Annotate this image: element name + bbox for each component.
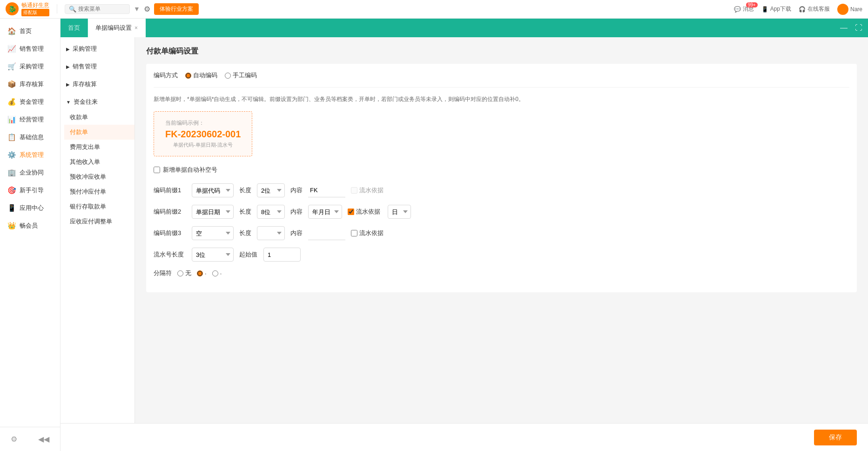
prefix1-content-input[interactable] (308, 183, 345, 197)
separator-none-radio[interactable] (177, 270, 183, 276)
prefix2-day-select[interactable]: 日 月 年 (388, 205, 411, 219)
search-input[interactable] (78, 6, 125, 12)
sidebar-item-app-center[interactable]: 📱 应用中心 (0, 199, 60, 217)
prefix2-water-checkbox[interactable]: 流水依据 (348, 208, 380, 216)
separator-dot1-label: · (205, 270, 207, 277)
prefix2-length-select[interactable]: 8位 2位 4位 6位 (257, 205, 285, 219)
sub-item-receipt[interactable]: 收款单 (64, 110, 135, 125)
sidebar-item-guide[interactable]: 🎯 新手引导 (0, 182, 60, 199)
auto-fill-checkbox[interactable] (154, 167, 160, 173)
sidebar-item-finance-label: 资金管理 (20, 98, 44, 106)
code-preview-sub: 单据代码-单据日期-流水号 (165, 141, 241, 148)
collapse-icon[interactable]: ◀◀ (34, 431, 53, 447)
sub-group-sales-title[interactable]: ▶ 销售管理 (61, 59, 135, 74)
sidebar-item-system[interactable]: ⚙️ 系统管理 (0, 146, 60, 164)
settings-bottom-icon[interactable]: ⚙ (7, 431, 21, 447)
prefix1-length-select[interactable]: 2位 4位 6位 8位 (257, 183, 285, 197)
user-item[interactable]: Nare (837, 4, 862, 15)
message-icon: 💬 (734, 6, 741, 13)
online-service-label: 在线客服 (807, 5, 830, 13)
separator-dot1-option[interactable]: · (197, 270, 207, 277)
prefix2-row: 编码前缀2 单据日期 单据代码 空 部门 业务员 长度 8位 2位 4位 (154, 205, 849, 219)
prefix3-water-input[interactable] (351, 230, 357, 236)
separator-dot2-radio[interactable] (212, 270, 218, 276)
sidebar-item-inventory[interactable]: 📦 库存核算 (0, 75, 60, 93)
sub-group-finance: ▼ 资金往来 收款单 付款单 费用支出单 (61, 94, 135, 229)
sub-item-bank[interactable]: 银行存取款单 (64, 199, 135, 214)
tab-close-icon[interactable]: × (135, 25, 138, 31)
sub-item-expense[interactable]: 费用支出单 (64, 140, 135, 155)
sidebar-item-home[interactable]: 🏠 首页 (0, 22, 60, 40)
member-icon: 👑 (7, 222, 16, 230)
settings-panel: 编码方式 自动编码 手工编码 (146, 64, 857, 292)
prefix3-length-select[interactable] (257, 226, 285, 240)
sub-item-prepaid-pay[interactable]: 预付冲应付单 (64, 184, 135, 199)
tab-encoding-settings[interactable]: 单据编码设置 × (88, 19, 146, 37)
prefix2-water-input[interactable] (348, 209, 354, 215)
sidebar-item-base[interactable]: 📋 基础信息 (0, 128, 60, 146)
sub-item-adjust[interactable]: 应收应付调整单 (64, 214, 135, 229)
trial-button[interactable]: 体验行业方案 (154, 3, 199, 15)
tab-bar: 首页 单据编码设置 × — ⛶ (61, 19, 868, 37)
settings-icon[interactable]: ⚙ (144, 5, 150, 13)
prefix1-water-checkbox[interactable]: 流水依据 (351, 186, 384, 195)
prefix1-water-input[interactable] (351, 187, 357, 194)
sub-item-other-income[interactable]: 其他收入单 (64, 155, 135, 169)
sidebar-item-purchase[interactable]: 🛒 采购管理 (0, 58, 60, 75)
logo-text-area: 畅通好生意 搭配版 (21, 2, 49, 16)
code-preview-value: FK-20230602-001 (165, 129, 241, 140)
sub-group-finance-title[interactable]: ▼ 资金往来 (61, 94, 135, 110)
separator-none-option[interactable]: 无 (177, 269, 191, 277)
sidebar-item-operation-label: 经营管理 (20, 115, 44, 124)
sidebar-item-enterprise[interactable]: 🏢 企业协同 (0, 164, 60, 182)
radio-auto-input[interactable] (185, 73, 191, 79)
logo: 🐉 畅通好生意 搭配版 (6, 2, 49, 16)
divider (57, 4, 57, 13)
search-box[interactable]: 🔍 (65, 4, 130, 14)
sidebar-item-sales[interactable]: 📈 销售管理 (0, 40, 60, 58)
encoding-method-label: 编码方式 (154, 71, 178, 80)
chevron-right-icon: ▶ (66, 47, 70, 52)
radio-auto-encoding[interactable]: 自动编码 (185, 71, 217, 80)
sub-group-sales-label: 销售管理 (73, 62, 97, 71)
user-name: Nare (850, 6, 862, 13)
sub-group-purchase-title[interactable]: ▶ 采购管理 (61, 41, 135, 57)
prefix2-content-label: 内容 (290, 208, 303, 216)
tab-home[interactable]: 首页 (61, 19, 88, 37)
tab-minimize-icon[interactable]: — (838, 22, 849, 34)
serial-length-select[interactable]: 3位 1位 2位 4位 5位 6位 (192, 248, 234, 262)
sidebar-item-finance[interactable]: 💰 资金管理 (0, 93, 60, 111)
separator-dot1-radio[interactable] (197, 270, 203, 276)
prefix1-content-label: 内容 (290, 186, 303, 195)
logo-brand: 畅通好生意 (21, 2, 49, 8)
message-item[interactable]: 💬 消息 99+ (734, 5, 754, 13)
prefix2-select[interactable]: 单据日期 单据代码 空 部门 业务员 (192, 205, 234, 219)
start-value-input[interactable] (263, 248, 301, 262)
save-button[interactable]: 保存 (814, 430, 857, 445)
prefix3-water-checkbox[interactable]: 流水依据 (351, 229, 384, 237)
prefix3-select[interactable]: 空 单据代码 单据日期 部门 业务员 (192, 226, 234, 240)
sidebar-item-member[interactable]: 👑 畅会员 (0, 217, 60, 235)
radio-manual-encoding[interactable]: 手工编码 (225, 71, 257, 80)
auto-fill-label: 新增单据自动补空号 (163, 166, 217, 174)
separator-dot2-option[interactable]: · (212, 270, 222, 277)
sidebar-item-operation[interactable]: 📊 经营管理 (0, 111, 60, 128)
prefix1-select[interactable]: 单据代码 单据日期 空 部门 业务员 (192, 183, 234, 197)
sub-group-inventory-title[interactable]: ▶ 库存核算 (61, 76, 135, 92)
tab-maximize-icon[interactable]: ⛶ (853, 22, 864, 34)
dropdown-icon[interactable]: ▼ (134, 5, 140, 13)
prefix3-content-input[interactable] (308, 226, 345, 240)
topbar-left: 🐉 畅通好生意 搭配版 🔍 ▼ ⚙ 体验行业方案 (6, 2, 199, 16)
prefix2-content-select[interactable]: 年月日 年月 年 月日 (308, 205, 342, 219)
online-service-item[interactable]: 🎧 在线客服 (799, 5, 830, 13)
sidebar: 🏠 首页 📈 销售管理 🛒 采购管理 📦 库存核算 💰 资金管理 📊 经 (0, 19, 61, 451)
sub-item-payment[interactable]: 付款单 (64, 125, 135, 140)
sub-group-inventory-label: 库存核算 (73, 80, 97, 88)
app-download-item[interactable]: 📱 App下载 (761, 5, 791, 13)
sidebar-item-app-center-label: 应用中心 (20, 204, 44, 212)
radio-manual-input[interactable] (225, 73, 231, 79)
sub-item-prepaid-recv[interactable]: 预收冲应收单 (64, 169, 135, 184)
app-download-label: App下载 (770, 5, 791, 13)
sidebar-item-base-label: 基础信息 (20, 133, 44, 141)
tab-home-label: 首页 (68, 24, 80, 32)
